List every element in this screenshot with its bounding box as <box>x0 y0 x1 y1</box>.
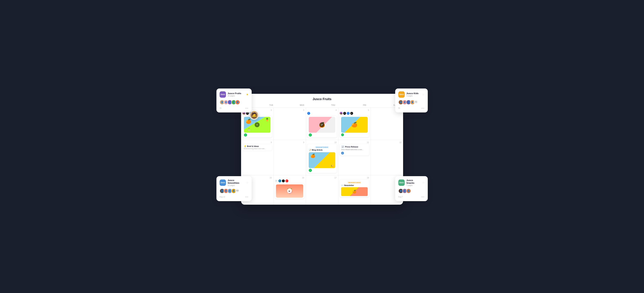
content-card-day4[interactable]: 🍊 🔗 ✓ <box>307 116 337 138</box>
day-number-16: 16 <box>275 177 304 179</box>
press-release-title: 📰 Press Release <box>341 145 368 148</box>
day-header-thu: THU <box>306 103 338 107</box>
press-release-card[interactable]: 📰 Press Release Jusco Brand welcomes a n… <box>340 144 369 156</box>
day-number-5: 5 <box>340 109 369 111</box>
brand-logo-snacks: Jusco <box>398 180 405 186</box>
avatar-row-snacks: 👤 👤 👤 <box>398 189 424 193</box>
calendar-row-3: 15 16 G in ♪ ▶ 🍑 ▶ <box>241 175 403 205</box>
youtube-icon-16: ▶ <box>286 180 288 182</box>
brand-name-kids: Jusco Kids <box>406 92 418 95</box>
article-icon: 📝 <box>309 149 311 151</box>
brand-card-jusco-fruits[interactable]: Jusco Jusco Fruits 15 pages ★ 👤 👤 👤 👤 👤 … <box>216 88 252 112</box>
person-avatar: 🧔 <box>250 110 259 120</box>
card-time-fruits: 1h <box>220 107 222 109</box>
day-number-4: 4 <box>307 109 337 111</box>
day-header-fri: FRI <box>338 103 368 107</box>
dots-menu-kids[interactable]: ••• <box>422 107 424 110</box>
extra-count-smoothies: +10 <box>235 189 239 193</box>
media-thumb-day5: 🍊 <box>341 117 368 133</box>
google-icon-16: G <box>275 180 278 182</box>
content-card-day10[interactable]: Universal Content 📝 Blog Article 🍊 🍋 ✓ <box>307 144 337 173</box>
day-number-17: 17 <box>307 177 337 179</box>
avatar-row-smoothies: 👤 👤 👤 👤 +10 <box>220 189 248 193</box>
day-number-18: 18 <box>340 177 369 179</box>
brief-label: Brief & Ideas <box>247 145 259 147</box>
day-number-11: 11 <box>340 141 369 143</box>
card-footer-smoothies: Aug 12 ••• <box>220 196 248 198</box>
social-icons-4: f <box>307 112 337 115</box>
brand-logo-smoothies: Jusco <box>220 180 226 186</box>
card-time-smoothies: Aug 12 <box>220 196 225 198</box>
brand-header-snacks: Jusco Jusco Snacks 7 pages ☆ <box>398 179 424 186</box>
brand-logo-fruits: Jusco <box>220 91 226 98</box>
day-number-10: 10 <box>307 141 337 143</box>
content-card-day5[interactable]: 🍊 ✓ <box>340 116 369 137</box>
twitter-x-icon-5: ✕ <box>343 112 346 115</box>
content-card-day2[interactable]: 🍊 🍍 🍈 ⏸ ✓ <box>242 116 272 138</box>
person-face: 🧔 <box>250 112 258 119</box>
calendar-header: TUE WED THU FRI SAT <box>241 103 403 108</box>
content-card-day16[interactable]: 🍑 ▶ <box>275 183 304 199</box>
check-badge-day4: ✓ <box>309 133 312 137</box>
social-icons-5: 📷 ✕ f @ <box>340 112 369 115</box>
brand-header-kids: Jusco Jusco Kids 3 pages ☆ <box>398 91 424 98</box>
card-footer-kids: 5h ••• <box>398 107 424 110</box>
brand-logo-kids: Jusco <box>398 91 405 98</box>
brand-pages-snacks: 7 pages <box>406 184 420 186</box>
cal-cell-5: 5 📷 ✕ f @ 🍊 ✓ <box>338 108 371 140</box>
dots-menu-fruits[interactable]: ••• <box>245 107 248 110</box>
brand-info-snacks: Jusco Snacks 7 pages <box>406 179 420 186</box>
check-badge-day10: ✓ <box>309 169 312 172</box>
card-footer-snacks: Aug 7 ••• <box>398 196 424 198</box>
calendar-title: Jusco Fruits <box>241 94 403 103</box>
cal-cell-3: 3 <box>274 108 306 140</box>
calendar-panel: Jusco Fruits TUE WED THU FRI SAT 2 📷 ✕ f… <box>241 94 403 205</box>
brand-card-jusco-kids[interactable]: Jusco Jusco Kids 3 pages ☆ 👤 👤 👤 👤 +3 5h… <box>395 88 428 112</box>
avatar-5-fruits: 👤 <box>235 100 240 105</box>
card-title-10: 📝 Blog Article <box>309 149 335 151</box>
cal-cell-10: 10 Universal Content 📝 Blog Article 🍊 🍋 <box>306 140 338 175</box>
media-thumb-day16: 🍑 ▶ <box>276 184 303 198</box>
brand-info-smoothies: Jusco Smoothies 12 pages <box>228 179 244 186</box>
newsletter-thumb: 🍊 <box>341 187 368 196</box>
card-time-snacks: Aug 7 <box>398 196 403 198</box>
brief-title: 💡 Brief & Ideas <box>244 145 270 147</box>
threads-icon-5: @ <box>350 112 353 115</box>
cal-cell-12: 12 <box>371 140 403 175</box>
day-header-sat: SAT <box>368 103 400 107</box>
newsletter-title: ✉️ Newsletter <box>341 184 368 187</box>
linkedin-icon-16: in <box>278 180 281 182</box>
envelope-icon: ✉️ <box>341 184 344 187</box>
day-number-8: 8 <box>242 141 272 143</box>
calendar-row-2: 8 💡 Brief & Ideas Brainstorming ideas an… <box>241 140 403 175</box>
card-time-kids: 5h <box>398 107 400 109</box>
calendar-row-1: 2 📷 ✕ f P 🍊 🍍 🍈 ⏸ <box>241 108 403 140</box>
brand-card-jusco-smoothies[interactable]: Jusco Jusco Smoothies 12 pages ☆ 👤 👤 👤 👤… <box>216 176 252 201</box>
dots-menu-smoothies[interactable]: ••• <box>245 196 248 198</box>
press-desc: Jusco Brand welcomes a new... <box>341 149 368 150</box>
cal-cell-16: 16 G in ♪ ▶ 🍑 ▶ <box>274 175 306 205</box>
brand-info-kids: Jusco Kids 3 pages <box>406 92 418 97</box>
press-label: Press Release <box>345 146 358 148</box>
star-icon-fruits[interactable]: ★ <box>246 93 248 96</box>
play-button-day16[interactable]: ▶ <box>287 189 292 193</box>
dots-menu-snacks[interactable]: ••• <box>422 196 424 198</box>
brand-pages-smoothies: 12 pages <box>228 184 244 186</box>
cal-cell-9: 9 <box>274 140 306 175</box>
star-icon-kids[interactable]: ☆ <box>422 93 424 96</box>
star-icon-snacks[interactable]: ☆ <box>422 181 424 184</box>
day-number-9: 9 <box>275 141 304 143</box>
cal-cell-18: 18 Universal Content ✉️ Newsletter 🍊 <box>338 175 371 205</box>
extra-count-kids: +3 <box>414 100 418 104</box>
brief-desc: Brainstorming ideas and note... <box>244 148 270 150</box>
newsletter-card[interactable]: Universal Content ✉️ Newsletter 🍊 <box>340 180 369 197</box>
avatar-row-fruits: 👤 👤 👤 👤 👤 <box>220 100 248 105</box>
brand-card-jusco-snacks[interactable]: Jusco Jusco Snacks 7 pages ☆ 👤 👤 👤 Aug 7… <box>395 176 428 201</box>
card-footer-fruits: 1h ••• <box>220 107 248 110</box>
brand-name-smoothies: Jusco Smoothies <box>228 179 244 184</box>
cal-cell-4: 4 f 🍊 🔗 ✓ <box>306 108 338 140</box>
brand-info-fruits: Jusco Fruits 15 pages <box>228 92 241 97</box>
pause-button-day2[interactable]: ⏸ <box>255 122 260 127</box>
star-icon-smoothies[interactable]: ☆ <box>246 181 248 184</box>
brief-ideas-card[interactable]: 💡 Brief & Ideas Brainstorming ideas and … <box>242 144 272 151</box>
